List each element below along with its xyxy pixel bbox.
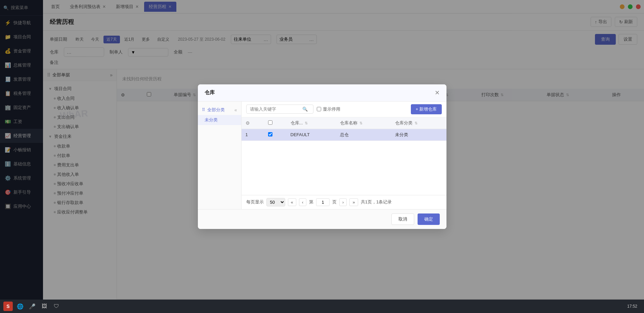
modal-title: 仓库 [205,89,215,96]
modal-close-button[interactable]: ✕ [435,89,440,96]
row-index: 1 [242,129,264,141]
table-settings-icon[interactable]: ⚙ [246,120,250,126]
mth-warehouse-category[interactable]: 仓库分类 ⇅ [391,117,446,129]
modal-category-uncategorized[interactable]: 未分类 [198,115,241,125]
sort-code-icon: ⇅ [305,121,308,125]
row-category: 未分类 [391,129,446,141]
taskbar: S 🌐 🎤 🖼 🛡 17:52 [0,300,644,313]
modal-per-page-label: 每页显示 [246,199,264,205]
cancel-button[interactable]: 取消 [391,213,414,225]
taskbar-icons: S 🌐 🎤 🖼 🛡 [3,302,61,311]
sort-name-icon: ⇅ [359,121,362,125]
modal-prev-page[interactable]: ‹ [299,198,306,206]
modal-left-panel: ⠿ 全部分类 « 未分类 [198,102,242,209]
row-name: 总仓 [336,129,391,141]
modal-category-label: 全部分类 [207,107,225,113]
modal-first-page[interactable]: « [288,198,296,206]
modal-left-scroll: 未分类 [198,115,241,125]
modal-overlay: 仓库 ✕ ⠿ 全部分类 « 未分类 [0,0,644,313]
taskbar-icon-5[interactable]: 🛡 [52,302,61,311]
row-checkbox[interactable] [268,132,272,136]
modal-last-page[interactable]: » [349,198,358,206]
mth-warehouse-name[interactable]: 仓库名称 ⇅ [336,117,391,129]
search-icon: 🔍 [302,107,308,112]
modal-toolbar: 🔍 显示停用 + 新增仓库 [242,102,446,117]
modal-footer: 取消 确定 [198,209,446,229]
modal-page-label-pre: 第 [309,199,313,205]
modal-total-info: 共1页，1条记录 [361,199,392,205]
mth-warehouse-code[interactable]: 仓库... ⇅ [287,117,336,129]
confirm-button[interactable]: 确定 [418,213,440,225]
row-checkbox-cell [264,129,287,141]
grid-icon: ⠿ [202,107,205,112]
show-disabled-label: 显示停用 [323,106,340,112]
warehouse-search-input[interactable] [250,107,300,112]
taskbar-icon-2[interactable]: 🌐 [15,302,25,311]
modal-left-collapse-button[interactable]: « [234,107,237,113]
taskbar-time: 17:52 [627,304,641,309]
modal-left-header: ⠿ 全部分类 « [198,105,241,115]
sort-category-icon: ⇅ [415,121,418,125]
modal-select-all[interactable] [268,120,272,125]
modal-page-label: 页 [332,199,337,205]
mth-checkbox [264,117,287,129]
modal-per-page-select[interactable]: 50 100 [266,198,285,206]
taskbar-icon-1[interactable]: S [3,302,13,311]
modal-next-page[interactable]: › [339,198,347,206]
modal-table: ⚙ 仓库... ⇅ 仓库名称 [242,117,446,141]
modal-right-panel: 🔍 显示停用 + 新增仓库 ⚙ [242,102,446,209]
modal-pagination: 每页显示 50 100 « ‹ 第 页 › » 共1页，1条记录 [242,195,446,209]
warehouse-search-field[interactable]: 🔍 [246,105,313,114]
add-warehouse-button[interactable]: + 新增仓库 [411,104,441,114]
modal-page-input[interactable] [316,198,330,206]
modal-table-header-row: ⚙ 仓库... ⇅ 仓库名称 [242,117,446,129]
modal-header: 仓库 ✕ [198,84,446,102]
table-row[interactable]: 1 DEFAULT 总仓 未分类 [242,129,446,141]
row-code: DEFAULT [287,129,336,141]
taskbar-icon-4[interactable]: 🖼 [40,302,49,311]
taskbar-icon-3[interactable]: 🎤 [28,302,37,311]
mth-settings: ⚙ [242,117,264,129]
modal-table-area: ⚙ 仓库... ⇅ 仓库名称 [242,117,446,195]
show-disabled-checkbox[interactable] [317,107,321,111]
modal-body: ⠿ 全部分类 « 未分类 🔍 [198,102,446,209]
show-disabled-checkbox-label[interactable]: 显示停用 [317,106,340,112]
warehouse-modal: 仓库 ✕ ⠿ 全部分类 « 未分类 [198,84,446,229]
